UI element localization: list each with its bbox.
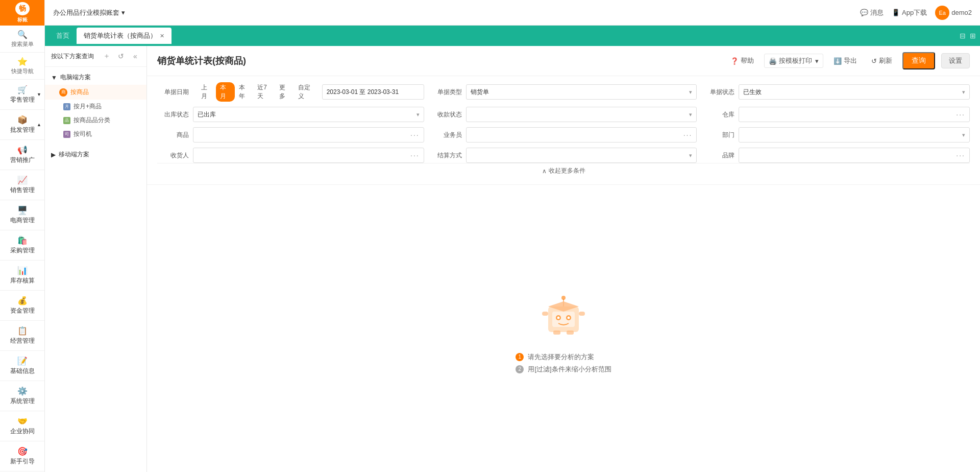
date-range-input[interactable]: 2023-03-01 至 2023-03-31	[322, 84, 424, 100]
scheme-item-by-category[interactable]: 品 按商品品分类	[45, 113, 146, 127]
scheme-group-mobile[interactable]: ▶ 移动端方案	[45, 147, 146, 162]
collapse-icon: ∧	[542, 168, 547, 175]
query-button[interactable]: 查询	[902, 52, 935, 69]
date-tab-this-year[interactable]: 本年	[235, 82, 254, 102]
enterprise-coop-icon: 🤝	[17, 416, 28, 426]
date-tab-more[interactable]: 更多	[275, 82, 294, 102]
ecommerce-icon: 🖥️	[17, 205, 28, 215]
collapse-filters-button[interactable]: ∧ 收起更多条件	[157, 163, 970, 178]
sidebar-item-sales[interactable]: 📈 销售管理	[0, 170, 44, 200]
help-button[interactable]: ❓ 帮助	[726, 54, 758, 67]
scheme-label-product: 按商品	[70, 88, 89, 97]
system-icon: ⚙️	[17, 386, 28, 396]
salesman-input[interactable]: ···	[466, 127, 697, 143]
collapse-panel-button[interactable]: «	[130, 51, 140, 61]
print-dropdown-icon: ▾	[815, 57, 819, 65]
export-button[interactable]: ⬇️ 导出	[829, 54, 861, 67]
bill-type-arrow: ▾	[689, 89, 692, 96]
app-download-button[interactable]: 📱 App下载	[892, 8, 927, 17]
warehouse-input[interactable]: ···	[739, 107, 970, 122]
sidebar-item-enterprise-coop[interactable]: 🤝 企业协同	[0, 411, 44, 441]
svg-point-5	[557, 316, 560, 319]
settings-button[interactable]: 设置	[941, 53, 970, 68]
empty-svg-icon	[533, 284, 594, 345]
account-dropdown[interactable]: 办公用品行业模拟账套 ▾	[53, 8, 125, 17]
empty-tip-1: 1 请先选择要分析的方案	[516, 352, 611, 362]
username: demo2	[951, 9, 972, 16]
sidebar-item-system[interactable]: ⚙️ 系统管理	[0, 381, 44, 411]
scheme-item-by-product[interactable]: 商 按商品	[45, 85, 146, 100]
window-maximize-icon[interactable]: ⊞	[970, 32, 976, 40]
date-tab-7days[interactable]: 近7天	[253, 82, 275, 102]
sidebar-item-operations[interactable]: 📋 经营管理	[0, 321, 44, 351]
sidebar-item-new-guide[interactable]: 🎯 新手引导	[0, 441, 44, 471]
svg-rect-11	[553, 331, 560, 335]
header-right: 💬 消息 📱 App下载 Ea demo2	[860, 6, 972, 20]
tab-home[interactable]: 首页	[49, 28, 77, 44]
department-select[interactable]: ▾	[739, 127, 970, 143]
tab-sales-stat[interactable]: 销货单统计表（按商品） ✕	[77, 28, 172, 44]
filter-row-2: 出库状态 已出库 ▾ 收款状态 ▾ 仓库	[157, 107, 970, 122]
product-input[interactable]: ···	[193, 127, 424, 143]
sidebar-item-ecommerce[interactable]: 🖥️ 电商管理	[0, 200, 44, 230]
sidebar-item-marketing[interactable]: 📢 营销推广	[0, 140, 44, 170]
date-tab-this-month[interactable]: 本月	[216, 82, 235, 102]
recipient-input[interactable]: ···	[193, 148, 424, 163]
refresh-scheme-button[interactable]: ↺	[116, 51, 126, 61]
bill-type-select[interactable]: 销货单 ▾	[466, 84, 697, 100]
sidebar-item-finance[interactable]: 💰 资金管理	[0, 291, 44, 321]
scheme-label-driver: 按司机	[74, 130, 92, 138]
header-left: 办公用品行业模拟账套 ▾	[53, 8, 125, 17]
scheme-label-month: 按月+商品	[74, 102, 102, 111]
bill-status-select[interactable]: 已生效 ▾	[739, 84, 970, 100]
account-name: 办公用品行业模拟账套	[53, 8, 119, 17]
date-tab-last-month[interactable]: 上月	[197, 82, 216, 102]
phone-icon: 📱	[892, 9, 900, 16]
sidebar-item-basic-info[interactable]: 📝 基础信息	[0, 351, 44, 381]
group-label-mobile: 移动端方案	[59, 150, 89, 159]
tab-close-icon[interactable]: ✕	[160, 33, 164, 39]
brand-input[interactable]: ···	[739, 148, 970, 163]
sidebar-item-purchase[interactable]: 🛍️ 采购管理	[0, 230, 44, 261]
svg-point-8	[561, 296, 566, 300]
group-label: 电脑端方案	[60, 73, 91, 82]
settlement-label: 结算方式	[430, 151, 466, 160]
tip-num-1: 1	[516, 353, 524, 361]
scheme-icon-category: 品	[63, 117, 70, 124]
message-button[interactable]: 💬 消息	[860, 8, 884, 17]
date-tab-custom[interactable]: 自定义	[294, 82, 318, 102]
sidebar-item-quick-nav[interactable]: ⭐ 快捷导航	[0, 53, 44, 80]
settlement-select[interactable]: ▾	[466, 148, 697, 163]
scheme-icon-driver: 司	[63, 131, 70, 138]
payment-status-select[interactable]: ▾	[466, 107, 697, 122]
scheme-group-desktop[interactable]: ▼ 电脑端方案	[45, 70, 146, 85]
scheme-header-label: 按以下方案查询	[51, 52, 97, 61]
empty-tips: 1 请先选择要分析的方案 2 用[过滤]条件来缩小分析范围	[516, 352, 611, 374]
sidebar: 畅 标账 🔍 搜索菜单 ⭐ 快捷导航 🛒 零售管理 ▼ 📦 批发管理 ▲ 📢 营…	[0, 0, 45, 472]
wholesale-icon: 📦	[17, 115, 28, 125]
user-profile[interactable]: Ea demo2	[935, 6, 972, 20]
filter-area: 单据日期 上月 本月 本年 近7天 更多 自定义 2023-03-01 至 20…	[147, 76, 980, 185]
sidebar-item-retail[interactable]: 🛒 零售管理 ▼	[0, 80, 44, 110]
out-status-label: 出库状态	[157, 110, 193, 119]
sidebar-item-search[interactable]: 🔍 搜索菜单	[0, 26, 44, 53]
out-status-select[interactable]: 已出库 ▾	[193, 107, 424, 122]
salesman-label: 业务员	[430, 131, 466, 139]
left-panel-header: 按以下方案查询 ＋ ↺ «	[45, 46, 146, 67]
wholesale-expand-arrow: ▲	[37, 122, 41, 127]
sidebar-item-wholesale[interactable]: 📦 批发管理 ▲	[0, 110, 44, 140]
top-header: 办公用品行业模拟账套 ▾ 💬 消息 📱 App下载 Ea demo2	[45, 0, 980, 26]
scheme-item-by-month-product[interactable]: 月 按月+商品	[45, 100, 146, 113]
add-scheme-button[interactable]: ＋	[102, 51, 112, 61]
scheme-item-by-driver[interactable]: 司 按司机	[45, 127, 146, 141]
refresh-button[interactable]: ↺ 刷新	[867, 54, 896, 67]
scheme-section-mobile: ▶ 移动端方案	[45, 144, 146, 165]
left-panel: 按以下方案查询 ＋ ↺ « ▼ 电脑端方案 商 按商品 月 按月+商品	[45, 46, 147, 472]
department-label: 部门	[703, 131, 739, 139]
avatar: Ea	[935, 6, 949, 20]
sidebar-item-inventory[interactable]: 📊 库存核算	[0, 261, 44, 291]
template-print-button[interactable]: 🖨️ 按模板打印 ▾	[764, 54, 823, 68]
main-area: 办公用品行业模拟账套 ▾ 💬 消息 📱 App下载 Ea demo2 首页	[45, 0, 980, 472]
retail-icon: 🛒	[17, 85, 28, 95]
window-minimize-icon[interactable]: ⊟	[960, 32, 966, 40]
